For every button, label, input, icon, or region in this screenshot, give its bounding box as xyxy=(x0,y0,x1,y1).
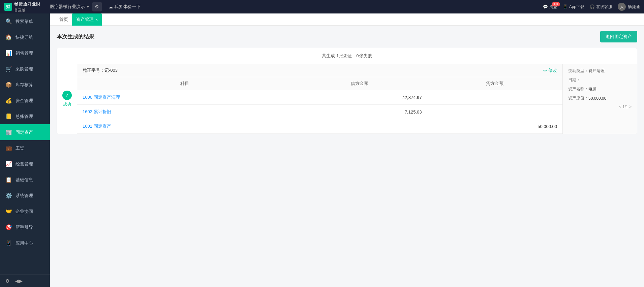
sidebar-label-inventory: 库存核算 xyxy=(16,82,33,88)
username: 畅捷通 xyxy=(628,4,640,10)
sidebar-item-purchase[interactable]: 🛒 采购管理 xyxy=(0,61,50,77)
app-name: 畅捷通好业财 xyxy=(14,1,40,7)
app-center-icon: 📱 xyxy=(5,240,12,246)
side-original-value: 资产原值： 50,000.00 xyxy=(568,95,632,101)
experience-button[interactable]: ☁ 我要体验一下 xyxy=(109,4,141,10)
sidebar-label-enterprise: 企业协同 xyxy=(16,209,33,215)
app-edition: 普及版 xyxy=(14,8,40,13)
subject-link[interactable]: 1601 固定资产 xyxy=(83,124,111,129)
tab-close-icon[interactable]: × xyxy=(96,18,98,22)
sales-icon: 📊 xyxy=(5,50,12,56)
debit-cell xyxy=(292,119,427,134)
sidebar-item-guide[interactable]: 🎯 新手引导 xyxy=(0,219,50,235)
sidebar-item-ledger[interactable]: 📒 总账管理 xyxy=(0,108,50,124)
payroll-icon: 💼 xyxy=(5,145,12,151)
change-type-value: 资产清理 xyxy=(588,68,605,74)
headset-icon: 🎧 xyxy=(590,4,595,9)
company-selector[interactable]: 医疗器械行业演示 ▼ xyxy=(50,4,90,10)
sidebar-item-basic-info[interactable]: 📋 基础信息 xyxy=(0,172,50,188)
summary-text: 共生成 1张凭证，0张失败 xyxy=(322,53,372,58)
voucher-status: ✓ 成功 xyxy=(57,64,77,134)
tab-home-label: 首页 xyxy=(59,17,68,23)
user-area[interactable]: 人 畅捷通 xyxy=(618,3,640,11)
sidebar-item-funds[interactable]: 💰 资金管理 xyxy=(0,93,50,108)
tab-asset-mgmt[interactable]: 资产管理 × xyxy=(72,13,102,26)
subject-link[interactable]: 1602 累计折旧 xyxy=(83,109,111,114)
credit-cell xyxy=(427,90,562,105)
credit-cell: 50,000.00 xyxy=(427,119,562,134)
operations-icon: 📈 xyxy=(5,161,12,167)
customer-service-button[interactable]: 🎧 在线客服 xyxy=(590,4,612,10)
guide-icon: 🎯 xyxy=(5,224,12,230)
download-icon: 📱 xyxy=(563,4,568,9)
table-row: 1606 固定资产清理 42,874.97 xyxy=(77,90,562,105)
sidebar-item-payroll[interactable]: 💼 工资 xyxy=(0,140,50,156)
return-button[interactable]: 返回固定资产 xyxy=(600,31,637,42)
enterprise-icon: 🤝 xyxy=(5,208,12,215)
voucher-number: 凭证字号：记-003 xyxy=(83,67,118,73)
sidebar-label-quick-nav: 快捷导航 xyxy=(16,34,33,40)
result-summary: 共生成 1张凭证，0张失败 xyxy=(57,48,637,64)
sidebar-label-operations: 经营管理 xyxy=(16,161,33,167)
sidebar-item-search[interactable]: 🔍 搜索菜单 xyxy=(0,13,50,29)
sidebar-item-app-center[interactable]: 📱 应用中心 xyxy=(0,235,50,251)
side-asset-name: 资产名称： 电脑 xyxy=(568,86,632,92)
voucher-side-panel: 变动类型： 资产清理 日期： 资产名称： 电脑 资产原值： xyxy=(563,64,637,134)
sidebar-label-search: 搜索菜单 xyxy=(16,19,33,25)
sidebar-item-system[interactable]: ⚙️ 系统管理 xyxy=(0,188,50,203)
voucher-table: 科目 借方金额 贷方金额 1606 固定资产清理 42,874.97 1602 … xyxy=(77,77,562,134)
sidebar-item-operations[interactable]: 📈 经营管理 xyxy=(0,156,50,172)
message-button[interactable]: 💬 消息 99+ xyxy=(543,4,557,10)
sidebar-label-purchase: 采购管理 xyxy=(16,66,33,72)
page-header: 本次生成的结果 返回固定资产 xyxy=(57,31,637,42)
sidebar-bottom: ⚙ ◀▶ xyxy=(0,275,50,287)
tab-home[interactable]: 首页 xyxy=(55,13,72,26)
logo-icon: 财 xyxy=(4,3,12,11)
page-title: 本次生成的结果 xyxy=(57,33,94,40)
main-layout: 🔍 搜索菜单 🏠 快捷导航 📊 销售管理 🛒 采购管理 📦 库存核算 💰 资金管… xyxy=(0,13,644,287)
side-date: 日期： xyxy=(568,77,632,83)
success-icon: ✓ xyxy=(62,91,72,100)
voucher-header: 凭证字号：记-003 ✏ 修改 xyxy=(77,64,562,77)
col-credit: 贷方金额 xyxy=(427,77,562,90)
debit-cell: 42,874.97 xyxy=(292,90,427,105)
sidebar: 🔍 搜索菜单 🏠 快捷导航 📊 销售管理 🛒 采购管理 📦 库存核算 💰 资金管… xyxy=(0,13,50,287)
collapse-icon[interactable]: ◀▶ xyxy=(15,278,23,284)
edit-icon: ✏ xyxy=(543,68,547,73)
search-icon: 🔍 xyxy=(5,18,12,25)
header-left: 财 畅捷通好业财 普及版 医疗器械行业演示 ▼ ⚙ ☁ 我要体验一下 xyxy=(4,1,141,13)
sidebar-item-sales[interactable]: 📊 销售管理 xyxy=(0,45,50,61)
content-area: 首页 资产管理 × 本次生成的结果 返回固定资产 共生成 1张凭证，0张失败 xyxy=(50,13,644,287)
voucher-section: ✓ 成功 凭证字号：记-003 ✏ 修改 xyxy=(57,64,637,134)
pagination: < 1/1 > xyxy=(568,104,632,109)
header-right: 💬 消息 99+ 📱 App下载 🎧 在线客服 人 畅捷通 xyxy=(543,3,640,11)
table-row: 1602 累计折旧 7,125.03 xyxy=(77,105,562,119)
sidebar-item-enterprise[interactable]: 🤝 企业协同 xyxy=(0,203,50,219)
sidebar-item-quick-nav[interactable]: 🏠 快捷导航 xyxy=(0,29,50,45)
quick-nav-icon: 🏠 xyxy=(5,34,12,40)
col-subject: 科目 xyxy=(77,77,292,90)
chevron-down-icon: ▼ xyxy=(86,5,90,9)
fixed-assets-icon: 🏢 xyxy=(5,129,12,135)
tab-bar: 首页 资产管理 × xyxy=(50,13,644,26)
subject-link[interactable]: 1606 固定资产清理 xyxy=(83,95,120,100)
app-download-button[interactable]: 📱 App下载 xyxy=(563,4,584,10)
sidebar-label-basic-info: 基础信息 xyxy=(16,177,33,183)
edit-button[interactable]: ✏ 修改 xyxy=(543,67,557,73)
cloud-icon: ☁ xyxy=(109,4,113,9)
sidebar-item-inventory[interactable]: 📦 库存核算 xyxy=(0,77,50,93)
sidebar-item-fixed-assets[interactable]: 🏢 固定资产 xyxy=(0,124,50,140)
sidebar-label-ledger: 总账管理 xyxy=(16,114,33,120)
message-icon: 💬 xyxy=(543,4,548,9)
success-text: 成功 xyxy=(63,101,71,107)
settings-icon[interactable]: ⚙ xyxy=(92,2,102,11)
company-name: 医疗器械行业演示 xyxy=(50,4,85,10)
ledger-icon: 📒 xyxy=(5,113,12,120)
settings-bottom-icon[interactable]: ⚙ xyxy=(5,278,10,284)
credit-cell xyxy=(427,105,562,119)
top-header: 财 畅捷通好业财 普及版 医疗器械行业演示 ▼ ⚙ ☁ 我要体验一下 💬 消息 … xyxy=(0,0,644,13)
sidebar-label-fixed-assets: 固定资产 xyxy=(16,129,33,135)
logo-area: 财 畅捷通好业财 普及版 xyxy=(4,1,40,13)
voucher-main: 凭证字号：记-003 ✏ 修改 科目 借方金额 贷方 xyxy=(77,64,563,134)
tab-asset-mgmt-label: 资产管理 xyxy=(76,17,94,23)
